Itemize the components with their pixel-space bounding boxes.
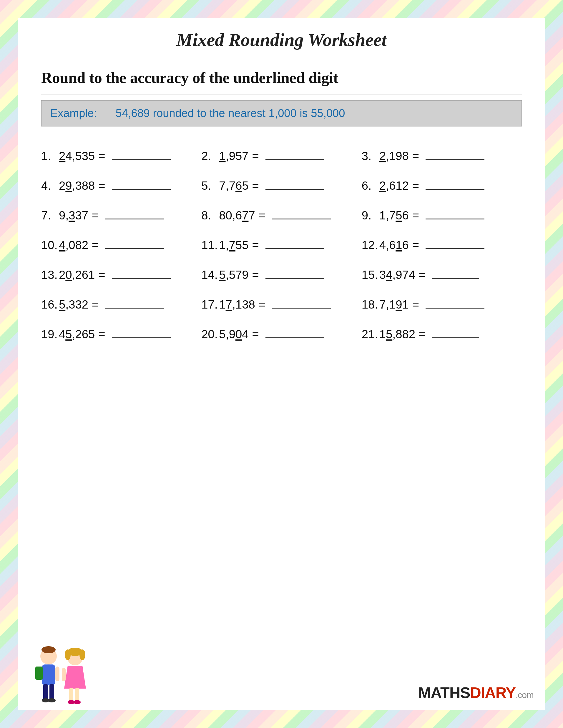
example-box: Example: 54,689 rounded to the nearest 1… — [41, 100, 522, 126]
answer-line-17[interactable] — [272, 308, 331, 309]
problem-row-5: 13. 20,261 = 14. 5,579 = 15. 34,974 = — [41, 260, 522, 290]
worksheet: Mixed Rounding Worksheet Round to the ac… — [18, 18, 545, 710]
answer-line-15[interactable] — [432, 278, 479, 279]
problem-row-3: 7. 9,337 = 8. 80,677 = 9. 1,756 = — [41, 201, 522, 230]
problem-expr-3: 2,198 = — [379, 149, 484, 163]
digit-underlined: 7 — [226, 298, 232, 311]
svg-rect-4 — [43, 684, 48, 700]
instruction-text: Round to the accuracy of the underlined … — [41, 68, 522, 88]
digit-underlined: 2 — [379, 179, 386, 192]
answer-line-21[interactable] — [432, 337, 479, 338]
problem-number-4: 4. — [41, 179, 59, 192]
digit-underlined: 5 — [386, 328, 392, 341]
answer-line-13[interactable] — [112, 278, 171, 279]
brand-maths: MATHS — [418, 684, 470, 701]
problem-row-4: 10. 4,082 = 11. 1,755 = 12. 4,616 = — [41, 230, 522, 260]
answer-line-3[interactable] — [426, 159, 484, 160]
problem-expr-17: 17,138 = — [219, 298, 331, 311]
divider — [41, 94, 522, 94]
problem-expr-21: 15,882 = — [379, 328, 479, 341]
answer-line-2[interactable] — [265, 159, 324, 160]
problem-11: 11. 1,755 = — [201, 239, 362, 252]
digit-underlined: 1 — [219, 149, 225, 163]
digit-underlined: 5 — [59, 298, 65, 311]
answer-line-19[interactable] — [112, 337, 171, 338]
problem-8: 8. 80,677 = — [201, 209, 362, 222]
problem-number-5: 5. — [201, 179, 219, 192]
problem-21: 21. 15,882 = — [362, 328, 522, 341]
problem-row-1: 1. 24,535 = 2. 1,957 = 3. 2,198 = — [41, 141, 522, 171]
svg-rect-18 — [62, 668, 66, 681]
svg-rect-14 — [69, 688, 73, 702]
problem-12: 12. 4,616 = — [362, 239, 522, 252]
digit-underlined: 7 — [242, 209, 248, 222]
digit-underlined: 6 — [235, 179, 242, 192]
answer-line-8[interactable] — [272, 219, 331, 219]
problem-number-15: 15. — [362, 268, 379, 281]
digit-underlined: 0 — [65, 268, 72, 281]
digit-underlined: 9 — [396, 298, 402, 311]
answer-line-12[interactable] — [426, 248, 484, 249]
answer-line-4[interactable] — [112, 189, 171, 190]
answer-line-6[interactable] — [426, 189, 484, 190]
svg-point-11 — [65, 649, 71, 660]
digit-underlined: 9 — [65, 179, 72, 192]
problem-number-10: 10. — [41, 239, 59, 252]
answer-line-18[interactable] — [426, 308, 484, 309]
digit-underlined: 5 — [396, 209, 402, 222]
problem-number-19: 19. — [41, 328, 59, 341]
problem-expr-5: 7,765 = — [219, 179, 324, 192]
problem-number-6: 6. — [362, 179, 379, 192]
svg-rect-2 — [42, 664, 55, 685]
problem-row-2: 4. 29,388 = 5. 7,765 = 6. 2,612 = — [41, 171, 522, 201]
svg-point-7 — [48, 698, 56, 702]
problem-16: 16. 5,332 = — [41, 298, 201, 311]
problem-expr-8: 80,677 = — [219, 209, 331, 222]
digit-underlined: 4 — [386, 268, 392, 281]
problem-18: 18. 7,191 = — [362, 298, 522, 311]
problem-number-21: 21. — [362, 328, 379, 341]
problem-number-9: 9. — [362, 209, 379, 222]
digit-underlined: 7 — [229, 239, 235, 252]
answer-line-1[interactable] — [112, 159, 171, 160]
problem-expr-9: 1,756 = — [379, 209, 484, 222]
digit-underlined: 4 — [59, 239, 65, 252]
problem-6: 6. 2,612 = — [362, 179, 522, 192]
example-label: Example: — [50, 107, 97, 119]
problem-number-8: 8. — [201, 209, 219, 222]
problem-row-7: 19. 45,265 = 20. 5,904 = 21. 15,882 = — [41, 319, 522, 349]
problem-expr-18: 7,191 = — [379, 298, 484, 311]
problem-expr-12: 4,616 = — [379, 239, 484, 252]
problem-expr-13: 20,261 = — [59, 268, 171, 281]
problem-number-18: 18. — [362, 298, 379, 311]
answer-line-10[interactable] — [105, 248, 164, 249]
problem-19: 19. 45,265 = — [41, 328, 201, 341]
answer-line-7[interactable] — [105, 219, 164, 219]
example-text: 54,689 rounded to the nearest 1,000 is 5… — [116, 107, 345, 119]
answer-line-5[interactable] — [265, 189, 324, 190]
digit-underlined: 1 — [396, 239, 402, 252]
answer-line-16[interactable] — [105, 308, 164, 309]
problem-expr-4: 29,388 = — [59, 179, 171, 192]
problem-number-16: 16. — [41, 298, 59, 311]
problem-20: 20. 5,904 = — [201, 328, 362, 341]
answer-line-14[interactable] — [265, 278, 324, 279]
answer-line-9[interactable] — [426, 219, 484, 219]
answer-line-11[interactable] — [265, 248, 324, 249]
answer-line-20[interactable] — [265, 337, 324, 338]
problem-10: 10. 4,082 = — [41, 239, 201, 252]
problem-number-20: 20. — [201, 328, 219, 341]
problem-number-12: 12. — [362, 239, 379, 252]
digit-underlined: 3 — [69, 209, 75, 222]
svg-marker-13 — [64, 666, 86, 689]
problem-13: 13. 20,261 = — [41, 268, 201, 281]
svg-rect-15 — [75, 688, 79, 702]
problem-expr-7: 9,337 = — [59, 209, 164, 222]
digit-underlined: 2 — [59, 149, 65, 163]
problem-expr-10: 4,082 = — [59, 239, 164, 252]
svg-rect-3 — [35, 667, 43, 680]
svg-rect-5 — [49, 684, 54, 700]
problem-4: 4. 29,388 = — [41, 179, 201, 192]
problem-15: 15. 34,974 = — [362, 268, 522, 281]
brand-diary: DIARY — [470, 684, 516, 701]
